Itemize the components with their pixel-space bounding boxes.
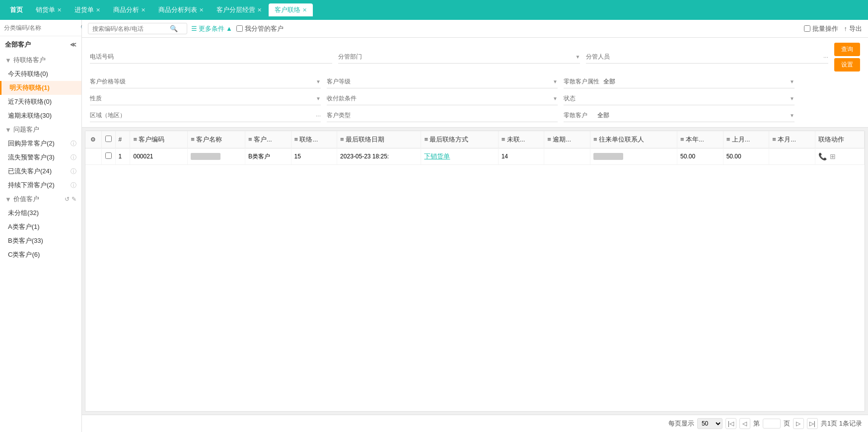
filter-customer-level: 客户等级 ▼ xyxy=(327,75,558,88)
pagination: 每页显示 50 10 20 100 |◁ ◁ 第 1 页 ▷ ▷| 共1页 1条… xyxy=(82,415,868,432)
col-company-contact: ≡ 往来单位联系人 xyxy=(590,131,677,148)
dept-dropdown-icon[interactable]: ▼ xyxy=(575,54,580,60)
row-no-contact: 14 xyxy=(498,148,544,165)
filter-price-level: 客户价格等级 ▼ xyxy=(90,75,321,88)
col-type: ≡ 客户... xyxy=(245,131,291,148)
row-last-method[interactable]: 下销货单 xyxy=(421,148,498,165)
customer-level-dropdown-icon[interactable]: ▼ xyxy=(553,79,558,84)
filter-row-3: 性质 ▼ 收付款条件 ▼ 状态 ▼ xyxy=(90,92,860,105)
query-button[interactable]: 查询 xyxy=(834,43,860,56)
row-actions: 📞 ⊞ xyxy=(815,148,864,165)
nature-dropdown-icon[interactable]: ▼ xyxy=(316,96,321,101)
region-ellipsis-icon[interactable]: ··· xyxy=(316,112,321,119)
row-type: B类客户 xyxy=(245,148,291,165)
batch-operation-button[interactable]: 批量操作 xyxy=(804,24,838,33)
retail-customer-dropdown-icon[interactable]: ▼ xyxy=(790,113,795,118)
row-company-contact xyxy=(590,148,677,165)
col-last-contact-method: ≡ 最后联络方式 xyxy=(421,131,498,148)
person-ellipsis-icon[interactable]: ··· xyxy=(823,54,828,61)
my-customers-check[interactable] xyxy=(236,25,243,32)
edit-value-icon[interactable]: ✎ xyxy=(72,196,76,203)
toolbar-right: 批量操作 ↑ 导出 xyxy=(804,24,863,33)
sidebar-item-week[interactable]: 近7天待联络(0) xyxy=(0,95,81,109)
total-records-info: 共1页 1条记录 xyxy=(821,419,862,428)
settings-button[interactable]: 设置 xyxy=(834,58,860,72)
filter-nature: 性质 ▼ xyxy=(90,92,321,105)
close-analysis-table-icon[interactable]: ✕ xyxy=(199,7,204,13)
info-icon: ⓘ xyxy=(71,153,76,162)
export-button[interactable]: ↑ 导出 xyxy=(844,24,863,33)
sidebar-search-input[interactable] xyxy=(4,24,78,31)
close-analysis-icon[interactable]: ✕ xyxy=(141,7,145,13)
sidebar-item-overdue[interactable]: 逾期未联络(30) xyxy=(0,109,81,123)
col-code: ≡ 客户编码 xyxy=(130,131,188,148)
filter-retail-attr: 零散客户属性 全部 ▼ xyxy=(564,75,795,88)
sidebar-item-repeat-abnormal[interactable]: 回购异常客户(2) ⓘ xyxy=(0,137,81,150)
sidebar-all-customers[interactable]: 全部客户 ≪ xyxy=(0,36,81,53)
close-customer-contact-icon[interactable]: ✕ xyxy=(302,7,307,13)
sidebar-item-losing[interactable]: 流失预警客户(3) ⓘ xyxy=(0,150,81,164)
toolbar: 🔍 ☰ 更多条件 ▲ 我分管的客户 批量操作 ↑ 导出 xyxy=(82,20,868,38)
sidebar-item-declining[interactable]: 持续下滑客户(2) ⓘ xyxy=(0,178,81,192)
row-checkbox[interactable] xyxy=(105,152,112,159)
nav-purchase[interactable]: 进货单 ✕ xyxy=(69,3,106,16)
payment-dropdown-icon[interactable]: ▼ xyxy=(553,96,558,101)
nav-customer-contact[interactable]: 客户联络 ✕ xyxy=(269,3,313,16)
last-method-link[interactable]: 下销货单 xyxy=(424,152,450,160)
top-navigation: 首页 销货单 ✕ 进货单 ✕ 商品分析 ✕ 商品分析列表 ✕ 客户分层经营 ✕ … xyxy=(0,0,868,20)
prev-page-button[interactable]: ◁ xyxy=(739,418,750,429)
sidebar-item-ungrouped[interactable]: 未分组(32) xyxy=(0,206,81,220)
sidebar-content: 全部客户 ≪ ▼ 待联络客户 今天待联络(0) 明天待联络(1) 近7天待联络(… xyxy=(0,36,81,432)
retail-attr-dropdown-icon[interactable]: ▼ xyxy=(790,79,795,84)
more-conditions-button[interactable]: ☰ 更多条件 ▲ xyxy=(191,24,232,33)
nav-customer-tier[interactable]: 客户分层经营 ✕ xyxy=(211,3,268,16)
phone-action-icon[interactable]: 📞 xyxy=(818,152,827,160)
search-bar: 🔍 xyxy=(88,23,187,34)
close-purchase-icon[interactable]: ✕ xyxy=(96,7,100,13)
table-row: 1 000021 B类客户 15 2023-05-23 18:25: 下销货单 … xyxy=(85,148,865,165)
nav-home[interactable]: 首页 xyxy=(4,3,29,16)
col-settings[interactable]: ⚙ xyxy=(85,131,101,148)
nav-analysis-table[interactable]: 商品分析列表 ✕ xyxy=(152,3,210,16)
price-level-dropdown-icon[interactable]: ▼ xyxy=(316,79,321,84)
select-all-checkbox[interactable] xyxy=(105,136,112,142)
next-page-button[interactable]: ▷ xyxy=(793,418,804,429)
status-dropdown-icon[interactable]: ▼ xyxy=(790,96,795,101)
sidebar-group-problem: ▼ 问题客户 xyxy=(0,123,81,137)
filter-row-2: 客户价格等级 ▼ 客户等级 ▼ 零散客户属性 全部 ▼ xyxy=(90,75,860,88)
filter-icon: ☰ xyxy=(191,25,197,32)
page-number-input[interactable]: 1 xyxy=(763,419,781,429)
my-customers-checkbox[interactable]: 我分管的客户 xyxy=(236,24,284,33)
sidebar-item-b-class[interactable]: B类客户(33) xyxy=(0,234,81,248)
row-this-month xyxy=(769,148,815,165)
sidebar-item-lost[interactable]: 已流失客户(24) ⓘ xyxy=(0,164,81,178)
search-button[interactable]: 🔍 xyxy=(170,25,178,32)
sidebar-item-c-class[interactable]: C类客户(6) xyxy=(0,248,81,262)
search-input[interactable] xyxy=(92,25,167,32)
first-page-button[interactable]: |◁ xyxy=(725,418,736,429)
sidebar: 🔍 全部客户 ≪ ▼ 待联络客户 今天待联络(0) 明天待联络(1) 近7天待联… xyxy=(0,20,82,432)
filter-row-4: 区域（地区） ··· 客户类型 零散客户 全部 ▼ xyxy=(90,109,860,122)
sidebar-item-a-class[interactable]: A类客户(1) xyxy=(0,220,81,234)
row-this-year: 50.00 xyxy=(677,148,723,165)
customer-table: ⚙ # ≡ 客户编码 ≡ 客户名称 ≡ 客户... xyxy=(85,131,865,412)
main-layout: 🔍 全部客户 ≪ ▼ 待联络客户 今天待联络(0) 明天待联络(1) 近7天待联… xyxy=(0,20,868,432)
close-customer-tier-icon[interactable]: ✕ xyxy=(257,7,262,13)
last-page-button[interactable]: ▷| xyxy=(807,418,818,429)
close-sales-icon[interactable]: ✕ xyxy=(57,7,62,13)
filter-retail-customer: 零散客户 全部 ▼ xyxy=(564,109,795,122)
filter-status: 状态 ▼ xyxy=(564,92,795,105)
more-action-icon[interactable]: ⊞ xyxy=(830,152,836,160)
batch-check[interactable] xyxy=(804,25,810,32)
refresh-icon[interactable]: ↺ xyxy=(65,196,70,203)
sidebar-item-tomorrow[interactable]: 明天待联络(1) xyxy=(0,81,81,95)
collapse-sidebar-icon[interactable]: ≪ xyxy=(70,41,76,48)
nav-analysis[interactable]: 商品分析 ✕ xyxy=(107,3,151,16)
sidebar-item-today[interactable]: 今天待联络(0) xyxy=(0,67,81,81)
filter-panel: 电话号码 分管部门 ▼ 分管人员 ··· 查询 设置 xyxy=(82,38,868,128)
nav-sales[interactable]: 销货单 ✕ xyxy=(30,3,68,16)
per-page-select[interactable]: 50 10 20 100 xyxy=(697,418,723,429)
filter-customer-type: 客户类型 xyxy=(327,109,558,122)
info-icon: ⓘ xyxy=(71,140,76,148)
info-icon: ⓘ xyxy=(71,181,76,190)
